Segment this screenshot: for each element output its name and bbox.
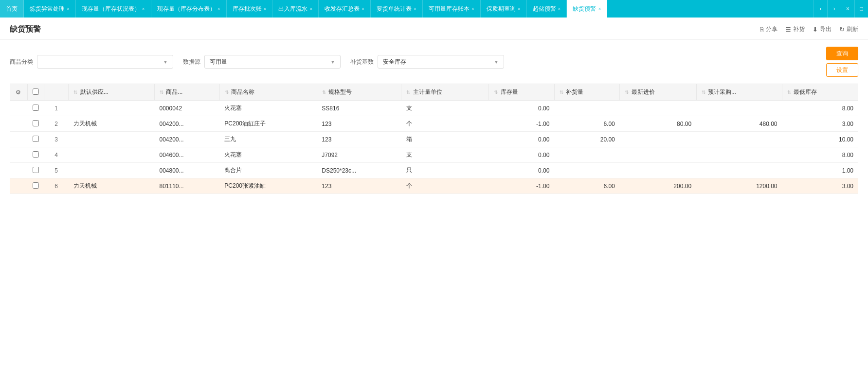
nav-tab-inventory-dist-close[interactable]: × <box>217 6 220 12</box>
nav-next-button[interactable]: › <box>827 0 841 18</box>
row-spec: 123 <box>317 132 401 147</box>
row-goods-name: 三九 <box>219 132 317 147</box>
share-label: 分享 <box>766 25 778 34</box>
row-stock: -1.00 <box>489 178 554 194</box>
row-spec: SS816 <box>317 101 401 116</box>
row-est-purchase <box>696 147 782 163</box>
row-settings-cell <box>10 101 27 116</box>
row-unit: 个 <box>401 116 489 132</box>
table-header-checkbox <box>27 84 44 101</box>
table-header-min-stock: ⇅ 最低库存 <box>782 84 858 101</box>
nav-tab-expiry-label: 保质期查询 <box>487 5 516 13</box>
row-number: 3 <box>44 132 69 147</box>
row-latest-price <box>620 147 696 163</box>
row-replenish: 6.00 <box>554 116 619 132</box>
category-select[interactable]: ▼ <box>37 55 173 69</box>
select-all-checkbox[interactable] <box>33 88 39 95</box>
table-header-settings: ⚙ <box>10 84 27 101</box>
row-stock: -1.00 <box>489 116 554 132</box>
sort-icon-stock: ⇅ <box>494 89 498 95</box>
datasource-select-value: 可用量 <box>210 58 227 66</box>
replenish-label: 补货 <box>793 25 805 34</box>
row-checkbox-2[interactable] <box>33 136 39 142</box>
replenish-button[interactable]: ☰ 补货 <box>785 25 805 34</box>
nav-tab-expiry-close[interactable]: × <box>518 6 521 12</box>
row-goods-code: 004600... <box>154 147 219 163</box>
data-table-container: ⚙ ⇅ 默认供应... ⇅ 商品... ⇅ <box>0 84 868 194</box>
nav-tab-overstock[interactable]: 超储预警 × <box>527 0 567 18</box>
row-unit: 箱 <box>401 132 489 147</box>
query-button[interactable]: 查询 <box>826 47 858 60</box>
category-select-arrow: ▼ <box>163 59 168 65</box>
nav-close-button[interactable]: × <box>841 0 854 18</box>
nav-tab-batch[interactable]: 库存批次账 × <box>227 0 273 18</box>
nav-tab-shortage[interactable]: 缺货预警 × <box>567 0 607 18</box>
nav-tab-inventory-status-close[interactable]: × <box>142 6 145 12</box>
nav-tab-collect[interactable]: 收发存汇总表 × <box>319 0 371 18</box>
replenish-icon: ☰ <box>785 26 791 33</box>
row-checkbox-3[interactable] <box>33 151 39 158</box>
nav-tab-home[interactable]: 首页 <box>0 0 24 18</box>
nav-tab-inventory-dist[interactable]: 现存量（库存分布表） × <box>151 0 227 18</box>
row-checkbox-5[interactable] <box>33 182 39 189</box>
nav-tab-order-stat-label: 要货单统计表 <box>377 5 412 13</box>
row-replenish <box>554 163 619 178</box>
nav-maximize-button[interactable]: □ <box>854 0 868 18</box>
table-header-no <box>44 84 69 101</box>
refresh-button[interactable]: ↻ 刷新 <box>839 25 858 34</box>
nav-tab-shortage-close[interactable]: × <box>598 6 601 12</box>
row-stock: 0.00 <box>489 163 554 178</box>
nav-tab-abnormal-close[interactable]: × <box>67 6 70 12</box>
row-goods-code: 801110... <box>154 178 219 194</box>
row-number: 1 <box>44 101 69 116</box>
datasource-filter-label: 数据源 <box>183 58 200 66</box>
refresh-label: 刷新 <box>847 25 858 34</box>
settings-button[interactable]: 设置 <box>826 63 858 77</box>
row-spec: 123 <box>317 116 401 132</box>
nav-tab-expiry[interactable]: 保质期查询 × <box>481 0 527 18</box>
replenish-base-filter-group: 补货基数 安全库存 ▼ <box>350 55 504 69</box>
nav-tab-inventory-status[interactable]: 现存量（库存状况表） × <box>76 0 151 18</box>
row-est-purchase: 480.00 <box>696 116 782 132</box>
nav-tab-available-close[interactable]: × <box>471 6 474 12</box>
top-navigation: 首页 炼货异常处理 × 现存量（库存状况表） × 现存量（库存分布表） × 库存… <box>0 0 868 18</box>
row-goods-name: 火花塞 <box>219 147 317 163</box>
row-number: 2 <box>44 116 69 132</box>
row-settings-cell <box>10 147 27 163</box>
nav-tab-batch-close[interactable]: × <box>264 6 267 12</box>
row-unit: 支 <box>401 101 489 116</box>
sort-icon-supplier: ⇅ <box>73 89 77 95</box>
datasource-select[interactable]: 可用量 ▼ <box>204 55 341 69</box>
nav-tab-available[interactable]: 可用量库存账本 × <box>423 0 481 18</box>
nav-tab-inout[interactable]: 出入库流水 × <box>272 0 319 18</box>
nav-tab-order-stat-close[interactable]: × <box>414 6 416 12</box>
nav-tab-collect-close[interactable]: × <box>362 6 364 12</box>
row-checkbox-0[interactable] <box>33 105 39 111</box>
category-filter-group: 商品分类 ▼ <box>10 55 173 69</box>
gear-icon[interactable]: ⚙ <box>16 89 21 96</box>
row-number: 6 <box>44 178 69 194</box>
row-checkbox-4[interactable] <box>33 167 39 173</box>
replenish-base-select[interactable]: 安全库存 ▼ <box>378 55 504 69</box>
nav-tab-order-stat[interactable]: 要货单统计表 × <box>371 0 423 18</box>
data-table: ⚙ ⇅ 默认供应... ⇅ 商品... ⇅ <box>10 84 858 194</box>
row-goods-code: 004200... <box>154 116 219 132</box>
row-checkbox-cell <box>27 101 44 116</box>
nav-prev-button[interactable]: ‹ <box>814 0 827 18</box>
row-checkbox-1[interactable] <box>33 120 39 126</box>
sort-icon-latest-price: ⇅ <box>625 89 629 95</box>
row-unit: 个 <box>401 178 489 194</box>
replenish-base-select-arrow: ▼ <box>494 59 499 65</box>
share-icon: ⎘ <box>760 26 764 33</box>
sort-icon-goods-code: ⇅ <box>160 89 163 95</box>
nav-tab-overstock-close[interactable]: × <box>558 6 561 12</box>
row-number: 5 <box>44 163 69 178</box>
export-button[interactable]: ⬇ 导出 <box>813 25 832 34</box>
row-checkbox-cell <box>27 178 44 194</box>
share-button[interactable]: ⎘ 分享 <box>760 25 778 34</box>
row-settings-cell <box>10 178 27 194</box>
nav-tab-inout-close[interactable]: × <box>309 6 312 12</box>
nav-tab-abnormal[interactable]: 炼货异常处理 × <box>24 0 76 18</box>
row-unit: 支 <box>401 147 489 163</box>
row-goods-name: 火花塞 <box>219 101 317 116</box>
